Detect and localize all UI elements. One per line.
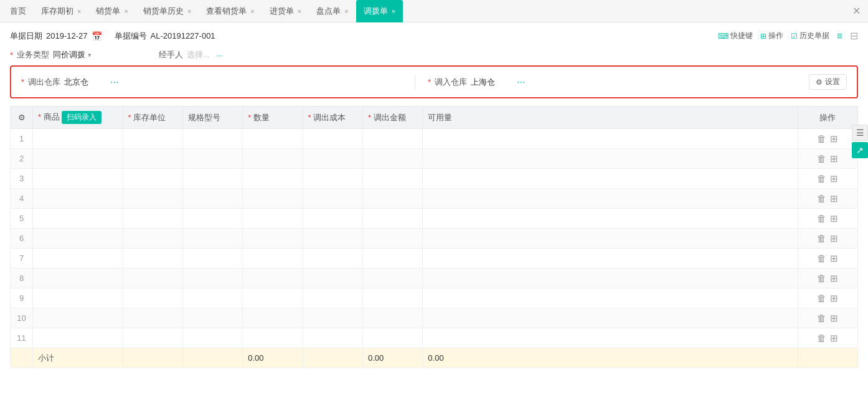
- qty-cell[interactable]: [243, 169, 303, 189]
- available-cell[interactable]: [423, 328, 798, 348]
- amount-cell[interactable]: [362, 308, 422, 328]
- close-icon[interactable]: ×: [392, 7, 395, 15]
- unit-cell[interactable]: [123, 249, 182, 269]
- product-cell[interactable]: [33, 189, 123, 209]
- person-dots-icon[interactable]: ···: [216, 50, 223, 60]
- delete-icon[interactable]: 🗑: [817, 253, 826, 264]
- available-cell[interactable]: [423, 209, 798, 229]
- delete-icon[interactable]: 🗑: [817, 233, 826, 244]
- amount-cell[interactable]: [362, 229, 422, 249]
- layout-toggle-button[interactable]: ≡: [837, 31, 842, 42]
- qty-cell[interactable]: [243, 189, 303, 209]
- cost-cell[interactable]: [303, 189, 362, 209]
- unit-cell[interactable]: [123, 308, 182, 328]
- delete-icon[interactable]: 🗑: [817, 333, 826, 343]
- right-panel-expand-button[interactable]: ↗: [852, 142, 868, 158]
- spec-cell[interactable]: [182, 129, 242, 149]
- copy-icon[interactable]: ⊞: [830, 153, 838, 164]
- unit-cell[interactable]: [123, 229, 182, 249]
- product-cell[interactable]: [33, 269, 123, 288]
- unit-cell[interactable]: [123, 328, 182, 348]
- tab-purchase-order[interactable]: 进货单 ×: [262, 0, 309, 22]
- tab-sales-history[interactable]: 销货单历史 ×: [136, 0, 199, 22]
- cost-cell[interactable]: [303, 229, 362, 249]
- cost-cell[interactable]: [303, 328, 362, 348]
- delete-icon[interactable]: 🗑: [817, 173, 826, 184]
- product-cell[interactable]: [33, 229, 123, 249]
- spec-cell[interactable]: [182, 269, 242, 288]
- product-cell[interactable]: [33, 288, 123, 308]
- copy-icon[interactable]: ⊞: [830, 333, 838, 344]
- unit-cell[interactable]: [123, 189, 182, 209]
- close-icon[interactable]: ×: [250, 7, 254, 15]
- copy-icon[interactable]: ⊞: [830, 293, 838, 304]
- copy-icon[interactable]: ⊞: [830, 233, 838, 244]
- product-cell[interactable]: [33, 308, 123, 328]
- available-cell[interactable]: [423, 308, 798, 328]
- copy-icon[interactable]: ⊞: [830, 313, 838, 324]
- operation-button[interactable]: ⊞ 操作: [760, 31, 783, 41]
- person-placeholder[interactable]: 选择...: [187, 49, 210, 60]
- biz-type-select[interactable]: 同价调拨 ▾: [53, 49, 115, 60]
- cost-cell[interactable]: [303, 169, 362, 189]
- product-cell[interactable]: [33, 149, 123, 169]
- spec-cell[interactable]: [182, 328, 242, 348]
- cost-cell[interactable]: [303, 149, 362, 169]
- spec-cell[interactable]: [182, 209, 242, 229]
- amount-cell[interactable]: [362, 169, 422, 189]
- amount-cell[interactable]: [362, 149, 422, 169]
- close-icon[interactable]: ×: [77, 7, 81, 15]
- delete-icon[interactable]: 🗑: [817, 193, 826, 204]
- spec-cell[interactable]: [182, 229, 242, 249]
- amount-cell[interactable]: [362, 249, 422, 269]
- qty-cell[interactable]: [243, 249, 303, 269]
- close-icon[interactable]: ×: [298, 7, 301, 15]
- col-gear[interactable]: ⚙: [11, 107, 33, 129]
- available-cell[interactable]: [423, 269, 798, 288]
- spec-cell[interactable]: [182, 169, 242, 189]
- qty-cell[interactable]: [243, 288, 303, 308]
- available-cell[interactable]: [423, 189, 798, 209]
- spec-cell[interactable]: [182, 189, 242, 209]
- cost-cell[interactable]: [303, 209, 362, 229]
- qty-cell[interactable]: [243, 149, 303, 169]
- amount-cell[interactable]: [362, 269, 422, 288]
- copy-icon[interactable]: ⊞: [830, 273, 838, 284]
- close-icon[interactable]: ×: [344, 7, 348, 15]
- history-button[interactable]: ☑ 历史单据: [791, 31, 829, 41]
- product-cell[interactable]: [33, 129, 123, 149]
- delete-icon[interactable]: 🗑: [817, 153, 826, 164]
- copy-icon[interactable]: ⊞: [830, 253, 838, 264]
- shortcut-key-button[interactable]: ⌨ 快捷键: [718, 31, 753, 41]
- cost-cell[interactable]: [303, 249, 362, 269]
- scan-button[interactable]: 扫码录入: [62, 111, 101, 124]
- amount-cell[interactable]: [362, 288, 422, 308]
- cost-cell[interactable]: [303, 129, 362, 149]
- qty-cell[interactable]: [243, 269, 303, 288]
- right-panel-list-button[interactable]: ☰: [852, 125, 868, 141]
- unit-cell[interactable]: [123, 169, 182, 189]
- product-cell[interactable]: [33, 169, 123, 189]
- settings-button[interactable]: ⚙ 设置: [809, 74, 847, 90]
- unit-cell[interactable]: [123, 129, 182, 149]
- delete-icon[interactable]: 🗑: [817, 273, 826, 283]
- copy-icon[interactable]: ⊞: [830, 193, 838, 204]
- tab-transfer-order[interactable]: 调拨单 ×: [356, 0, 403, 22]
- copy-icon[interactable]: ⊞: [830, 133, 838, 145]
- available-cell[interactable]: [423, 149, 798, 169]
- target-warehouse-dots-icon[interactable]: ···: [517, 77, 525, 88]
- window-close-button[interactable]: ✕: [847, 5, 866, 17]
- amount-cell[interactable]: [362, 129, 422, 149]
- delete-icon[interactable]: 🗑: [817, 293, 826, 303]
- copy-icon[interactable]: ⊞: [830, 213, 838, 224]
- unit-cell[interactable]: [123, 269, 182, 288]
- delete-icon[interactable]: 🗑: [817, 313, 826, 323]
- available-cell[interactable]: [423, 249, 798, 269]
- available-cell[interactable]: [423, 288, 798, 308]
- qty-cell[interactable]: [243, 129, 303, 149]
- cost-cell[interactable]: [303, 308, 362, 328]
- product-cell[interactable]: [33, 249, 123, 269]
- calendar-icon[interactable]: 📅: [92, 31, 102, 41]
- tab-home[interactable]: 首页: [2, 0, 34, 22]
- spec-cell[interactable]: [182, 308, 242, 328]
